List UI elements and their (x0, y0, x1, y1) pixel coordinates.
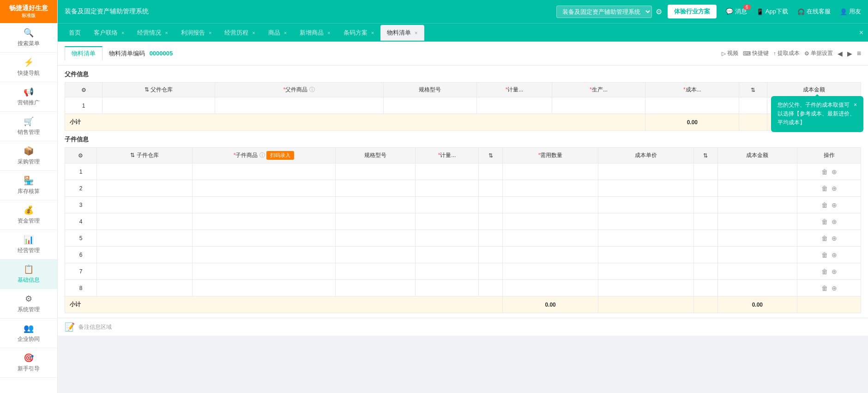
child-product-cell-5[interactable] (192, 230, 335, 247)
parent-product-cell[interactable] (215, 97, 383, 114)
child-qty-cell-2[interactable] (503, 180, 598, 197)
child-qty-cell-6[interactable] (503, 247, 598, 263)
settings-icon[interactable]: ⚙ (656, 7, 662, 16)
delete-icon-3[interactable]: 🗑 (821, 201, 828, 209)
child-unit-cell-4[interactable] (415, 213, 479, 230)
nav-list-icon[interactable]: ≡ (857, 49, 861, 58)
child-product-cell-3[interactable] (192, 197, 335, 213)
child-warehouse-cell-1[interactable] (96, 163, 192, 180)
child-price-cell-7[interactable] (598, 263, 694, 280)
sidebar-item-marketing[interactable]: 📢 营销推广 (0, 82, 57, 112)
delete-icon-5[interactable]: 🗑 (821, 235, 828, 242)
tab-history-close[interactable]: × (252, 30, 255, 36)
child-spec-cell-1[interactable] (336, 163, 415, 180)
trial-btn[interactable]: 体验行业方案 (668, 5, 717, 18)
action-video[interactable]: ▷ 视频 (722, 49, 738, 57)
tab-operations-close[interactable]: × (165, 30, 168, 36)
sidebar-item-inventory[interactable]: 🏪 库存核算 (0, 171, 57, 200)
child-qty-cell-1[interactable] (503, 163, 598, 180)
child-unit-cell-8[interactable] (415, 280, 479, 296)
online-service-btn[interactable]: 🎧 在线客服 (797, 7, 831, 16)
notification-area[interactable]: 💬 6 消息 (726, 7, 747, 16)
parent-cost-cell[interactable] (645, 97, 739, 114)
child-spec-cell-4[interactable] (336, 213, 415, 230)
sidebar-item-guide[interactable]: 🎯 新手引导 (0, 348, 57, 378)
child-qty-cell-8[interactable] (503, 280, 598, 296)
child-qty-cell-7[interactable] (503, 263, 598, 280)
child-unit-cell-2[interactable] (415, 180, 479, 197)
tab-profit[interactable]: 利润报告 × (175, 25, 218, 41)
app-download-btn[interactable]: 📱 App下载 (756, 7, 788, 16)
system-selector[interactable]: 装备及固定资产辅助管理系统 (556, 6, 652, 18)
tab-bom[interactable]: 物料清单 × (380, 25, 424, 41)
tab-customer[interactable]: 客户联络 × (87, 25, 131, 41)
action-extract-cost[interactable]: ↑ 提取成本 (773, 49, 800, 57)
action-shortcut[interactable]: ⌨ 快捷键 (743, 49, 769, 57)
child-warehouse-cell-3[interactable] (96, 197, 192, 213)
child-spec-cell-2[interactable] (336, 180, 415, 197)
child-price-cell-5[interactable] (598, 230, 694, 247)
child-spec-cell-6[interactable] (336, 247, 415, 263)
child-unit-cell-7[interactable] (415, 263, 479, 280)
child-price-cell-8[interactable] (598, 280, 694, 296)
child-warehouse-cell-4[interactable] (96, 213, 192, 230)
child-price-cell-2[interactable] (598, 180, 694, 197)
child-spec-cell-5[interactable] (336, 230, 415, 247)
child-warehouse-cell-5[interactable] (96, 230, 192, 247)
tab-home[interactable]: 首页 (62, 25, 87, 41)
child-price-cell-3[interactable] (598, 197, 694, 213)
child-product-cell-6[interactable] (192, 247, 335, 263)
copy-icon-6[interactable]: ⊕ (832, 251, 837, 259)
child-warehouse-cell-6[interactable] (96, 247, 192, 263)
sidebar-item-sales[interactable]: 🛒 销售管理 (0, 112, 57, 141)
child-product-cell-7[interactable] (192, 263, 335, 280)
child-unit-cell-6[interactable] (415, 247, 479, 263)
copy-icon-1[interactable]: ⊕ (832, 168, 837, 175)
child-warehouse-cell-2[interactable] (96, 180, 192, 197)
parent-warehouse-cell[interactable] (102, 97, 215, 114)
parent-prod-cell[interactable] (552, 97, 645, 114)
nav-close-all[interactable]: × (859, 29, 863, 37)
delete-icon-4[interactable]: 🗑 (821, 218, 828, 225)
sidebar-item-sysmanage[interactable]: ⚙ 系统管理 (0, 289, 57, 319)
child-qty-cell-5[interactable] (503, 230, 598, 247)
sidebar-item-basicinfo[interactable]: 📋 基础信息 (0, 260, 57, 289)
tab-customer-close[interactable]: × (121, 30, 124, 36)
child-spec-cell-7[interactable] (336, 263, 415, 280)
child-unit-cell-5[interactable] (415, 230, 479, 247)
nav-right-icon[interactable]: ▶ (847, 50, 852, 57)
tab-barcode[interactable]: 条码方案 × (337, 25, 380, 41)
copy-icon-4[interactable]: ⊕ (832, 218, 837, 225)
tab-goods-close[interactable]: × (284, 30, 287, 36)
child-product-cell-4[interactable] (192, 213, 335, 230)
child-unit-cell-3[interactable] (415, 197, 479, 213)
child-price-cell-4[interactable] (598, 213, 694, 230)
tab-addgoods[interactable]: 新增商品 × (293, 25, 337, 41)
parent-spec-cell[interactable] (383, 97, 477, 114)
child-table-settings-icon[interactable]: ⚙ (78, 152, 83, 159)
sidebar-item-purchase[interactable]: 📦 采购管理 (0, 141, 57, 171)
parent-unit-cell[interactable] (477, 97, 552, 114)
tab-history[interactable]: 经营历程 × (218, 25, 261, 41)
sidebar-item-operations[interactable]: 📊 经营管理 (0, 230, 57, 260)
delete-icon-6[interactable]: 🗑 (821, 251, 828, 259)
tooltip-close-btn[interactable]: × (854, 101, 857, 109)
nav-left-icon[interactable]: ◀ (838, 50, 843, 57)
sidebar-item-finance[interactable]: 💰 资金管理 (0, 200, 57, 230)
child-price-cell-6[interactable] (598, 247, 694, 263)
tab-profit-close[interactable]: × (209, 30, 211, 36)
action-doc-settings[interactable]: ⚙ 单据设置 (804, 49, 833, 57)
copy-icon-3[interactable]: ⊕ (832, 201, 837, 209)
child-warehouse-cell-7[interactable] (96, 263, 192, 280)
copy-icon-5[interactable]: ⊕ (832, 235, 837, 242)
child-product-cell-2[interactable] (192, 180, 335, 197)
delete-icon-2[interactable]: 🗑 (821, 185, 828, 192)
child-warehouse-cell-8[interactable] (96, 280, 192, 296)
copy-icon-7[interactable]: ⊕ (832, 268, 837, 275)
child-qty-cell-4[interactable] (503, 213, 598, 230)
tab-bom-close[interactable]: × (415, 30, 417, 36)
scan-input-btn[interactable]: 扫码录入 (266, 151, 294, 160)
child-unit-cell-1[interactable] (415, 163, 479, 180)
sidebar-item-search[interactable]: 🔍 搜索菜单 (0, 23, 57, 53)
child-spec-cell-3[interactable] (336, 197, 415, 213)
